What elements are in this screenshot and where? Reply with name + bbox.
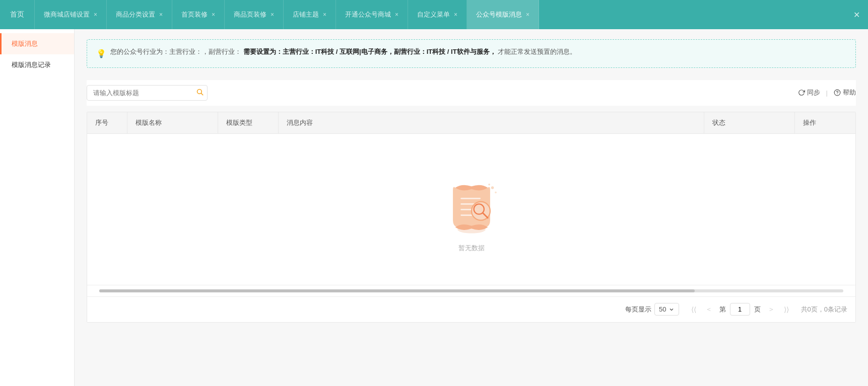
search-input[interactable] — [87, 85, 208, 101]
empty-state: 暂无数据 — [441, 176, 502, 253]
svg-point-14 — [488, 183, 490, 185]
tab-product-decoration-close[interactable]: × — [271, 12, 274, 18]
scrollbar-area — [87, 285, 855, 296]
table-header: 序号 模版名称 模版类型 消息内容 状态 操作 — [87, 112, 855, 134]
tab-bar: 首页 微商城店铺设置 × 商品分类设置 × 首页装修 × 商品页装修 × 店铺主… — [0, 0, 868, 29]
next-page-button[interactable]: ＞ — [765, 303, 778, 316]
help-label: 帮助 — [843, 88, 856, 97]
page-size-select: 每页显示 50 — [625, 303, 679, 316]
tab-custom-menu-label: 自定义菜单 — [417, 10, 450, 19]
tab-open-mall-label: 开通公众号商城 — [345, 10, 391, 19]
tab-bar-close-all[interactable]: ✕ — [853, 10, 860, 20]
sidebar-item-template-record-label: 模版消息记录 — [12, 61, 51, 68]
notice-suffix: 才能正常发送预置的消息。 — [498, 48, 576, 55]
page-unit: 页 — [754, 305, 761, 314]
col-action: 操作 — [795, 112, 855, 133]
table-body: 暂无数据 — [87, 134, 855, 285]
tab-template-message-label: 公众号模版消息 — [476, 10, 522, 19]
sidebar-item-template-record[interactable]: 模版消息记录 — [0, 54, 74, 75]
tab-home[interactable]: 首页 — [0, 0, 35, 29]
tab-store-theme[interactable]: 店铺主题 × — [284, 0, 336, 29]
tab-template-message-close[interactable]: × — [526, 12, 529, 18]
tab-open-mall[interactable]: 开通公众号商城 × — [336, 0, 408, 29]
svg-point-0 — [197, 90, 202, 94]
col-name: 模版名称 — [127, 112, 218, 133]
chevron-down-icon — [669, 306, 675, 313]
notice-box: 💡 您的公众号行业为：主营行业：，副营行业： 需要设置为：主营行业：IT科技 /… — [87, 39, 856, 68]
col-index: 序号 — [87, 112, 127, 133]
search-right: 同步 | 帮助 — [798, 88, 856, 97]
per-page-value: 50 — [659, 305, 666, 313]
sidebar-item-template-msg-label: 模版消息 — [12, 40, 38, 47]
table-wrapper: 序号 模版名称 模版类型 消息内容 状态 操作 — [87, 112, 856, 323]
svg-point-12 — [491, 186, 494, 189]
tab-category-settings-close[interactable]: × — [159, 12, 163, 18]
tab-custom-menu[interactable]: 自定义菜单 × — [408, 0, 467, 29]
pagination: 每页显示 50 ⟨⟨ ＜ 第 页 ＞ ⟩⟩ — [87, 296, 855, 322]
svg-line-1 — [202, 94, 203, 95]
notice-icon: 💡 — [96, 47, 106, 60]
tab-custom-menu-close[interactable]: × — [454, 12, 457, 18]
tab-template-message[interactable]: 公众号模版消息 × — [467, 0, 539, 29]
sidebar: 模版消息 模版消息记录 — [0, 29, 75, 386]
tab-product-decoration-label: 商品页装修 — [234, 10, 266, 19]
per-page-select[interactable]: 50 — [654, 303, 679, 316]
col-content: 消息内容 — [279, 112, 704, 133]
notice-prefix: 您的公众号行业为：主营行业：，副营行业： — [110, 48, 241, 55]
tab-shop-settings-label: 微商城店铺设置 — [44, 10, 90, 19]
tab-shop-settings-close[interactable]: × — [94, 12, 97, 18]
sync-button[interactable]: 同步 — [798, 88, 820, 97]
per-page-label: 每页显示 — [625, 305, 651, 314]
empty-text: 暂无数据 — [458, 244, 485, 253]
page-input[interactable] — [730, 303, 750, 316]
tab-category-settings-label: 商品分类设置 — [116, 10, 155, 19]
col-status: 状态 — [704, 112, 795, 133]
notice-text: 您的公众号行业为：主营行业：，副营行业： 需要设置为：主营行业：IT科技 / 互… — [110, 47, 576, 57]
tab-product-decoration[interactable]: 商品页装修 × — [225, 0, 284, 29]
page-nav: ⟨⟨ ＜ 第 页 ＞ ⟩⟩ — [687, 303, 793, 316]
help-icon — [834, 89, 841, 96]
main-layout: 模版消息 模版消息记录 💡 您的公众号行业为：主营行业：，副营行业： 需要设置为… — [0, 29, 868, 386]
notice-highlight: 需要设置为：主营行业：IT科技 / 互联网|电子商务，副营行业：IT科技 / I… — [243, 48, 496, 55]
prev-page-button[interactable]: ＜ — [702, 303, 715, 316]
col-type: 模版类型 — [218, 112, 279, 133]
tab-category-settings[interactable]: 商品分类设置 × — [107, 0, 172, 29]
svg-point-13 — [495, 191, 497, 193]
page-summary: 共0页，0条记录 — [801, 305, 847, 314]
sync-label: 同步 — [807, 88, 820, 97]
tab-store-theme-label: 店铺主题 — [293, 10, 319, 19]
first-page-button[interactable]: ⟨⟨ — [687, 303, 700, 316]
last-page-button[interactable]: ⟩⟩ — [780, 303, 793, 316]
help-button[interactable]: 帮助 — [834, 88, 856, 97]
scrollbar-thumb[interactable] — [99, 289, 695, 292]
tab-open-mall-close[interactable]: × — [395, 12, 398, 18]
content-area: 💡 您的公众号行业为：主营行业：，副营行业： 需要设置为：主营行业：IT科技 /… — [75, 29, 868, 386]
scrollbar-track[interactable] — [99, 289, 843, 292]
empty-illustration — [441, 176, 502, 237]
search-icon — [196, 88, 204, 96]
tab-home-decoration-label: 首页装修 — [181, 10, 208, 19]
tab-shop-settings[interactable]: 微商城店铺设置 × — [35, 0, 107, 29]
search-input-wrapper — [87, 85, 208, 101]
sidebar-item-template-msg[interactable]: 模版消息 — [0, 33, 74, 54]
search-button[interactable] — [196, 88, 204, 97]
tab-home-label: 首页 — [10, 10, 24, 19]
divider: | — [826, 89, 828, 97]
tab-home-decoration[interactable]: 首页装修 × — [172, 0, 225, 29]
page-label: 第 — [719, 305, 726, 314]
search-bar: 同步 | 帮助 — [87, 80, 856, 106]
tab-home-decoration-close[interactable]: × — [212, 12, 215, 18]
tab-store-theme-close[interactable]: × — [323, 12, 326, 18]
sync-icon — [798, 89, 805, 96]
search-left — [87, 85, 208, 101]
